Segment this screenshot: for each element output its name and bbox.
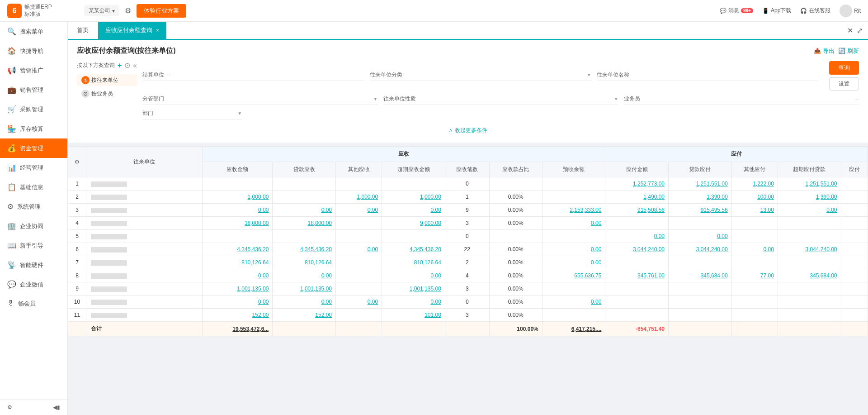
- table-cell[interactable]: 0.00: [335, 296, 382, 309]
- th-settings[interactable]: ⚙: [68, 147, 86, 177]
- table-cell[interactable]: 4,345,436.20: [202, 243, 273, 256]
- table-cell[interactable]: 0.00: [335, 243, 382, 256]
- field-lwdwmc-input[interactable]: [632, 72, 818, 78]
- table-cell[interactable]: 18,000.00: [273, 217, 336, 230]
- sidebar-item-marketing[interactable]: 📢 营销推广: [0, 61, 67, 80]
- table-cell[interactable]: 0.00: [335, 204, 382, 217]
- field-ywy-input[interactable]: [643, 96, 852, 102]
- sidebar-item-guide[interactable]: 📖 新手引导: [0, 236, 67, 255]
- table-cell[interactable]: 1,252,773.00: [605, 177, 669, 191]
- table-cell[interactable]: 0.00: [273, 269, 336, 282]
- table-cell[interactable]: 4,345,436.20: [273, 243, 336, 256]
- add-scheme-icon[interactable]: +: [118, 62, 122, 70]
- user-item[interactable]: Rit: [840, 5, 861, 17]
- table-cell[interactable]: 0.00: [273, 296, 336, 309]
- collapse-more[interactable]: ∧ 收起更多条件: [77, 124, 859, 137]
- table-cell[interactable]: 2,153,333.00: [542, 204, 605, 217]
- table-cell[interactable]: 0.00: [542, 243, 605, 256]
- table-cell[interactable]: 0.00: [542, 217, 605, 230]
- table-cell[interactable]: 1,390.00: [778, 191, 841, 204]
- table-cell[interactable]: 1,001,135.00: [382, 282, 445, 296]
- table-cell[interactable]: 0.00: [202, 296, 273, 309]
- company-selector[interactable]: 某某公司 ▾: [84, 5, 119, 16]
- sidebar-item-wechat[interactable]: 💬 企业微信: [0, 275, 67, 294]
- table-cell[interactable]: 0.00: [382, 296, 445, 309]
- table-cell[interactable]: 915,495.56: [669, 204, 732, 217]
- table-cell[interactable]: 810,126.64: [273, 256, 336, 269]
- table-cell[interactable]: 1,251,551.00: [778, 177, 841, 191]
- table-cell[interactable]: 810,126.64: [202, 256, 273, 269]
- collapse-sidebar-icon[interactable]: ◀▮: [53, 404, 60, 410]
- collapse-scheme-icon[interactable]: «: [133, 62, 137, 70]
- table-cell[interactable]: 1,390.00: [669, 191, 732, 204]
- service-item[interactable]: 🎧 在线客服: [800, 7, 830, 14]
- footer-ysje[interactable]: 19,553,472,6...: [202, 322, 273, 336]
- message-item[interactable]: 💬 消息 99+: [720, 7, 753, 14]
- table-cell[interactable]: 13.00: [731, 204, 778, 217]
- edit-scheme-icon[interactable]: ⊙: [124, 61, 130, 70]
- sidebar-item-finance[interactable]: 💰 资金管理: [0, 138, 67, 158]
- query-button[interactable]: 查询: [829, 61, 859, 75]
- tab-active[interactable]: 应收应付余额查询 ×: [98, 21, 166, 39]
- field-fgbm-input[interactable]: [167, 96, 370, 102]
- sidebar-item-system[interactable]: ⚙ 系统管理: [0, 197, 67, 216]
- table-cell[interactable]: 915,508.56: [605, 204, 669, 217]
- scheme-by-partner[interactable]: ⑤ 按往来单位: [77, 74, 137, 86]
- window-expand-icon[interactable]: ⤢: [857, 26, 863, 35]
- table-cell[interactable]: 0.00: [273, 204, 336, 217]
- table-cell[interactable]: 0.00: [778, 204, 841, 217]
- table-cell[interactable]: 810,126.64: [382, 256, 445, 269]
- field-bm-input[interactable]: [156, 110, 235, 117]
- tab-close-icon[interactable]: ×: [156, 27, 159, 33]
- table-cell[interactable]: 345,684.00: [669, 269, 732, 282]
- table-cell[interactable]: 0.00: [382, 204, 445, 217]
- tab-home[interactable]: 首页: [68, 21, 98, 39]
- table-cell[interactable]: 1,000.00: [202, 191, 273, 204]
- sidebar-item-basic[interactable]: 📋 基础信息: [0, 177, 67, 197]
- sidebar-item-hardware[interactable]: 📡 智能硬件: [0, 255, 67, 275]
- table-cell[interactable]: 0.00: [542, 296, 605, 309]
- table-cell[interactable]: 0.00: [202, 204, 273, 217]
- table-cell[interactable]: 0.00: [605, 230, 669, 243]
- gear-icon[interactable]: ⚙: [125, 6, 131, 15]
- sidebar-item-sales[interactable]: 💼 销售管理: [0, 80, 67, 100]
- field-lwdwfl-input[interactable]: [405, 72, 584, 78]
- export-button[interactable]: 📤 导出: [814, 47, 835, 55]
- table-cell[interactable]: 0.00: [542, 256, 605, 269]
- table-cell[interactable]: 0.00: [669, 230, 732, 243]
- window-close-icon[interactable]: ✕: [847, 26, 853, 35]
- table-cell[interactable]: 3,044,240.00: [605, 243, 669, 256]
- sidebar-item-purchase[interactable]: 🛒 采购管理: [0, 100, 67, 119]
- footer-yxye[interactable]: 6,417,215....: [542, 322, 605, 336]
- table-cell[interactable]: 1,490.00: [605, 191, 669, 204]
- table-cell[interactable]: 0.00: [202, 269, 273, 282]
- table-cell[interactable]: 1,000.00: [335, 191, 382, 204]
- field-lwdwxz-input[interactable]: [419, 96, 611, 102]
- sidebar-item-inventory[interactable]: 🏪 库存核算: [0, 119, 67, 138]
- table-cell[interactable]: 1,001,135.00: [202, 282, 273, 296]
- download-item[interactable]: 📱 App下载: [762, 7, 791, 14]
- table-cell[interactable]: 345,684.00: [778, 269, 841, 282]
- table-cell[interactable]: 4,345,436.20: [382, 243, 445, 256]
- table-cell[interactable]: 345,761.00: [605, 269, 669, 282]
- table-cell[interactable]: 9,000.00: [382, 217, 445, 230]
- settings-bottom-icon[interactable]: ⚙: [7, 404, 12, 410]
- refresh-button[interactable]: 🔄 刷新: [838, 47, 859, 55]
- table-cell[interactable]: 0.00: [382, 269, 445, 282]
- sidebar-item-nav[interactable]: 🏠 快捷导航: [0, 41, 67, 61]
- table-cell[interactable]: 101.00: [382, 309, 445, 322]
- table-cell[interactable]: 1,001,135.00: [273, 282, 336, 296]
- table-cell[interactable]: 18,000.00: [202, 217, 273, 230]
- table-cell[interactable]: 152.00: [202, 309, 273, 322]
- table-cell[interactable]: 77.00: [731, 269, 778, 282]
- table-cell[interactable]: 0.00: [731, 243, 778, 256]
- table-cell[interactable]: 655,636.75: [542, 269, 605, 282]
- scheme-by-sales[interactable]: ⊙ 按业务员: [77, 88, 137, 100]
- sidebar-item-operations[interactable]: 📊 经营管理: [0, 158, 67, 177]
- table-cell[interactable]: 152.00: [273, 309, 336, 322]
- solution-button[interactable]: 体验行业方案: [137, 4, 186, 18]
- table-cell[interactable]: 1,222.00: [731, 177, 778, 191]
- table-cell[interactable]: 1,000.00: [382, 191, 445, 204]
- settings-button[interactable]: 设置: [829, 77, 859, 91]
- table-cell[interactable]: 3,044,240.00: [669, 243, 732, 256]
